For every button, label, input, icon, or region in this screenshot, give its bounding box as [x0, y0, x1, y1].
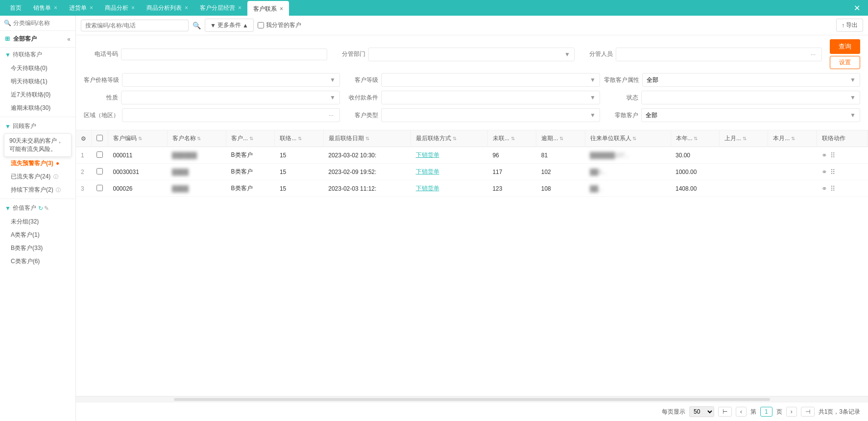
sidebar-search-input[interactable] [13, 20, 72, 26]
sidebar-item-class-b[interactable]: B类客户(33) [0, 242, 75, 255]
pagination-last[interactable]: ⊣ [801, 407, 815, 417]
region-more-btn[interactable]: ··· [327, 112, 336, 119]
col-contact[interactable]: 联络... [275, 130, 323, 147]
status-select[interactable]: ▼ [641, 91, 860, 104]
row-checkbox-cell[interactable] [92, 180, 108, 197]
col-name[interactable]: 客户名称 [167, 130, 226, 147]
row-this-month [768, 164, 817, 180]
pagination-first[interactable]: ⊢ [718, 407, 732, 417]
tab-customer-layering[interactable]: 客户分层经营 × [194, 0, 247, 16]
col-overdue[interactable]: 逾期... [536, 130, 585, 147]
export-button[interactable]: ↑ 导出 [836, 19, 863, 32]
row-index: 2 [76, 164, 92, 180]
window-close-button[interactable]: ✕ [850, 3, 864, 13]
sidebar-collapse-icon[interactable]: « [67, 36, 71, 43]
sidebar-item-today[interactable]: 今天待联络(0) [0, 62, 75, 75]
sidebar-section-pending[interactable]: ▼ 待联络客户 [0, 48, 75, 62]
sidebar-item-churned[interactable]: 已流失客户(24) ⓘ [0, 170, 75, 183]
manager-more-btn[interactable]: ··· [809, 51, 818, 58]
zero-customer-select[interactable]: 全部 ▼ [641, 108, 860, 122]
action-more-icon[interactable]: ⠿ [830, 151, 835, 159]
price-level-select[interactable]: ▼ [122, 73, 340, 87]
sidebar-root[interactable]: ⊞ 全部客户 « [0, 31, 75, 48]
action-more-icon[interactable]: ⠿ [830, 185, 835, 193]
select-all-checkbox[interactable] [96, 135, 103, 141]
payment-select[interactable]: ▼ [381, 91, 600, 104]
close-purchase-tab[interactable]: × [90, 4, 93, 11]
col-last-contact-method[interactable]: 最后联络方式 [411, 130, 488, 147]
value-refresh-icon[interactable]: ↻ [38, 205, 43, 212]
sidebar-item-churn-warning[interactable]: 流失预警客户(3) ● [0, 157, 75, 170]
col-type[interactable]: 客户... [226, 130, 275, 147]
close-sales-tab[interactable]: × [54, 4, 57, 11]
row-checkbox-cell[interactable] [92, 164, 108, 180]
row-checkbox-cell[interactable] [92, 147, 108, 164]
region-select[interactable]: ··· [122, 108, 340, 122]
query-button[interactable]: 查询 [830, 39, 860, 54]
close-product-analysis-list-tab[interactable]: × [185, 4, 188, 11]
col-this-year[interactable]: 本年... [671, 130, 719, 147]
sidebar-item-declining[interactable]: 持续下滑客户(2) ⓘ [0, 183, 75, 197]
search-input[interactable] [81, 20, 189, 31]
my-customers-checkbox[interactable] [258, 22, 264, 28]
sidebar-section-review[interactable]: ▼ 回顾客户 [0, 119, 75, 133]
row-overdue: 81 [536, 147, 585, 164]
col-code[interactable]: 客户编码 [108, 130, 168, 147]
divider-2 [0, 198, 75, 199]
page-size-select[interactable]: 50 100 200 [689, 406, 714, 417]
table-row: 1 000011 ██████ B类客户 15 2023-03-02 10:30… [76, 147, 868, 164]
col-un-contact[interactable]: 未联... [487, 130, 536, 147]
branch-select[interactable]: ▼ [368, 48, 575, 61]
action-link-icon[interactable]: ⚭ [821, 168, 827, 176]
tab-purchase[interactable]: 进货单 × [63, 0, 99, 16]
tab-sales[interactable]: 销售单 × [27, 0, 63, 16]
search-button[interactable]: 🔍 [193, 22, 201, 29]
tab-product-analysis-list[interactable]: 商品分析列表 × [141, 0, 194, 16]
sidebar-item-ungrouped[interactable]: 未分组(32) [0, 215, 75, 228]
action-more-icon[interactable]: ⠿ [830, 168, 835, 176]
zero-attr-select[interactable]: 全部 ▼ [642, 73, 860, 87]
tab-home[interactable]: 首页 [4, 0, 27, 16]
row-un-contact: 96 [487, 147, 536, 164]
close-customer-layering-tab[interactable]: × [238, 4, 241, 11]
pagination-next[interactable]: › [786, 407, 797, 417]
tab-product-analysis[interactable]: 商品分析 × [99, 0, 141, 16]
row-last-contact-method[interactable]: 下销货单 [411, 147, 488, 164]
sidebar-item-class-a[interactable]: A类客户(1) [0, 228, 75, 242]
phone-input[interactable] [121, 49, 327, 60]
sidebar-section-value[interactable]: ▼ 价值客户 ↻ ✎ [0, 201, 75, 215]
filter-row-1: 电话号码 分管部门 ▼ 分管人员 ··· [84, 39, 860, 69]
col-this-month[interactable]: 本月... [768, 130, 817, 147]
row-checkbox[interactable] [96, 185, 103, 191]
col-checkbox[interactable] [92, 130, 108, 147]
row-checkbox[interactable] [96, 151, 103, 158]
row-last-contact-method[interactable]: 下销货单 [411, 164, 488, 180]
pagination-prev[interactable]: ‹ [736, 407, 747, 417]
horizontal-scrollbar[interactable] [76, 396, 868, 402]
action-link-icon[interactable]: ⚭ [821, 151, 827, 159]
col-gear[interactable]: ⚙ [76, 130, 92, 147]
sidebar-item-overdue[interactable]: 逾期未联络(30) [0, 101, 75, 115]
col-last-month[interactable]: 上月... [719, 130, 768, 147]
row-last-contact-method[interactable]: 下销货单 [411, 180, 488, 197]
filter-field-customer-type: 客户类型 ▼ [344, 108, 600, 122]
manager-select[interactable]: ··· [616, 48, 822, 61]
sidebar-item-class-c[interactable]: C类客户(6) [0, 255, 75, 268]
action-link-icon[interactable]: ⚭ [821, 185, 827, 193]
col-unit-contact[interactable]: 往来单位联系人 [585, 130, 671, 147]
value-edit-icon[interactable]: ✎ [44, 205, 49, 212]
settings-button[interactable]: 设置 [830, 56, 860, 69]
customer-type-select[interactable]: ▼ [381, 108, 600, 122]
close-product-analysis-tab[interactable]: × [131, 4, 135, 11]
my-customers-checkbox-label[interactable]: 我分管的客户 [258, 21, 301, 29]
gender-select[interactable]: ▼ [121, 91, 340, 104]
customer-level-select[interactable]: ▼ [381, 73, 600, 87]
scrollbar-track[interactable] [174, 398, 770, 401]
col-last-contact-date[interactable]: 最后联络日期 [323, 130, 410, 147]
close-customer-contact-tab[interactable]: × [280, 5, 283, 12]
sidebar-item-tomorrow[interactable]: 明天待联络(1) [0, 75, 75, 88]
tab-customer-contact[interactable]: 客户联系 × [247, 1, 289, 17]
row-checkbox[interactable] [96, 168, 103, 174]
more-conditions-button[interactable]: ▼ 更多条件 ▲ [205, 19, 254, 32]
sidebar-item-7days[interactable]: 近7天待联络(0) [0, 88, 75, 101]
